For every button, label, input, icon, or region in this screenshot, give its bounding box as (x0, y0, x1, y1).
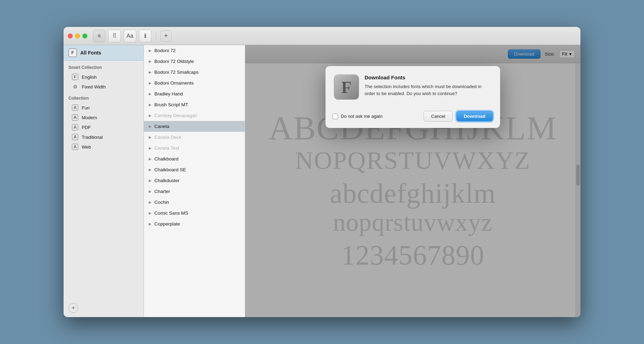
traffic-lights (68, 34, 87, 38)
expand-arrow: ▶ (149, 200, 152, 204)
font-name: Canela (154, 124, 169, 129)
dialog-title: Download Fonts (365, 74, 492, 80)
preview-area: Download Size: Fit ▾ ABCDEFGHIJKLM NOPQR… (245, 45, 580, 317)
font-name: Bodoni Ornaments (154, 80, 194, 86)
font-item-canela[interactable]: ▶ Canela (144, 121, 245, 132)
close-button[interactable] (68, 34, 73, 38)
expand-arrow: ▶ (149, 124, 152, 128)
sidebar-item-label: English (82, 74, 97, 80)
sidebar-add-button[interactable]: + (68, 303, 78, 313)
sidebar-item-english[interactable]: F English (64, 72, 144, 82)
sidebar-item-label: Fun (82, 105, 89, 110)
dialog-footer: Do not ask me again Cancel Download (325, 107, 500, 128)
expand-arrow: ▶ (149, 146, 152, 150)
info-button[interactable]: ℹ (139, 30, 152, 42)
list-view-button[interactable]: ≡ (93, 30, 105, 42)
expand-arrow: ▶ (149, 103, 152, 107)
expand-arrow: ▶ (149, 189, 152, 193)
sidebar-add-icon: + (72, 304, 75, 312)
font-item-brush-script[interactable]: ▶ Brush Script MT (144, 99, 245, 110)
expand-arrow: ▶ (149, 168, 152, 172)
add-button[interactable]: + (160, 30, 171, 42)
font-item-chalkduster[interactable]: ▶ Chalkduster (144, 175, 245, 186)
cancel-button[interactable]: Cancel (424, 111, 452, 122)
font-name: Comic Sans MS (154, 210, 188, 216)
font-item-bodoni72oldstyle[interactable]: ▶ Bodoni 72 Oldstyle (144, 56, 245, 67)
expand-arrow: ▶ (149, 114, 152, 117)
sidebar-item-fixed-width[interactable]: ⚙ Fixed Width (64, 82, 144, 92)
add-icon: + (164, 32, 168, 40)
font-item-canela-text[interactable]: ▶ Canela Text (144, 143, 245, 153)
main-window: ≡ ⠿ Aa ℹ + F All Fonts Smart Collection … (64, 27, 580, 317)
expand-arrow: ▶ (149, 135, 152, 139)
font-item-bodoni72[interactable]: ▶ Bodoni 72 (144, 45, 245, 56)
font-name: Copperplate (154, 221, 180, 227)
dialog-overlay: F Download Fonts The selection includes … (245, 45, 580, 317)
modern-icon: A (72, 114, 78, 121)
sidebar: F All Fonts Smart Collection F English ⚙… (64, 45, 144, 317)
sidebar-item-fun[interactable]: A Fun (64, 103, 144, 113)
font-name: Canela Text (154, 145, 179, 151)
font-name: Bradley Hand (154, 91, 183, 96)
font-name: Chalkboard (154, 156, 178, 162)
font-item-chalkboard-se[interactable]: ▶ Chalkboard SE (144, 164, 245, 175)
font-item-copperplate[interactable]: ▶ Copperplate (144, 218, 245, 229)
fun-icon: A (72, 105, 78, 111)
smart-collection-section-title: Smart Collection (64, 61, 144, 72)
dialog-download-button[interactable]: Download (456, 111, 493, 122)
sidebar-item-pdf[interactable]: A PDF (64, 122, 144, 132)
expand-arrow: ▶ (149, 222, 152, 226)
font-item-chalkboard[interactable]: ▶ Chalkboard (144, 153, 245, 164)
sidebar-item-all-fonts[interactable]: F All Fonts (64, 45, 144, 61)
title-bar: ≡ ⠿ Aa ℹ + (64, 27, 580, 45)
font-item-cochin[interactable]: ▶ Cochin (144, 197, 245, 208)
expand-arrow: ▶ (149, 81, 152, 85)
expand-arrow: ▶ (149, 70, 152, 74)
dialog-buttons: Cancel Download (424, 111, 493, 122)
minimize-button[interactable] (75, 34, 80, 38)
expand-arrow: ▶ (149, 59, 152, 63)
sidebar-item-label: Fixed Width (82, 84, 106, 89)
info-icon: ℹ (144, 33, 146, 39)
font-name: Cochin (154, 200, 169, 205)
sidebar-footer: + (64, 299, 144, 317)
expand-arrow: ▶ (149, 92, 152, 96)
font-item-bodoni-ornaments[interactable]: ▶ Bodoni Ornaments (144, 78, 245, 88)
grid-view-button[interactable]: ⠿ (108, 30, 121, 42)
font-name: Bodoni 72 Smallcaps (154, 70, 199, 75)
font-icon: Aa (126, 33, 133, 39)
expand-arrow: ▶ (149, 157, 152, 161)
font-list: ▶ Bodoni 72 ▶ Bodoni 72 Oldstyle ▶ Bodon… (144, 45, 245, 317)
sidebar-item-web[interactable]: A Web (64, 142, 144, 152)
dialog-text: Download Fonts The selection includes fo… (365, 74, 492, 100)
font-name: Chalkboard SE (154, 167, 186, 172)
main-content: F All Fonts Smart Collection F English ⚙… (64, 45, 580, 317)
font-item-comic-sans[interactable]: ▶ Comic Sans MS (144, 208, 245, 218)
dialog-icon: F (334, 74, 359, 100)
dialog-body: F Download Fonts The selection includes … (325, 66, 500, 107)
expand-arrow: ▶ (149, 211, 152, 215)
maximize-button[interactable] (82, 34, 87, 38)
english-icon: F (72, 74, 78, 80)
list-view-icon: ≡ (97, 33, 101, 39)
font-item-bradley-hand[interactable]: ▶ Bradley Hand (144, 88, 245, 99)
web-icon: A (72, 144, 78, 150)
fixed-width-icon: ⚙ (72, 84, 78, 90)
font-name: Bodoni 72 (154, 48, 176, 53)
font-item-charter[interactable]: ▶ Charter (144, 186, 245, 197)
pdf-icon: A (72, 124, 78, 130)
dialog-icon-letter: F (341, 78, 351, 97)
font-name: Charter (154, 189, 170, 194)
font-preview-button[interactable]: Aa (124, 30, 136, 42)
sidebar-item-traditional[interactable]: A Traditional (64, 132, 144, 142)
font-item-bodoni72smallcaps[interactable]: ▶ Bodoni 72 Smallcaps (144, 67, 245, 78)
font-item-canela-deck[interactable]: ▶ Canela Deck (144, 132, 245, 143)
font-item-cambay[interactable]: ▶ Cambay Devanagari (144, 110, 245, 121)
sidebar-item-label: Web (82, 144, 91, 150)
font-name: Brush Script MT (154, 102, 188, 107)
download-fonts-dialog: F Download Fonts The selection includes … (325, 66, 500, 128)
font-name: Canela Deck (154, 135, 181, 140)
do-not-ask-checkbox[interactable] (332, 114, 338, 119)
toolbar-separator (156, 32, 156, 40)
sidebar-item-modern[interactable]: A Modern (64, 113, 144, 122)
